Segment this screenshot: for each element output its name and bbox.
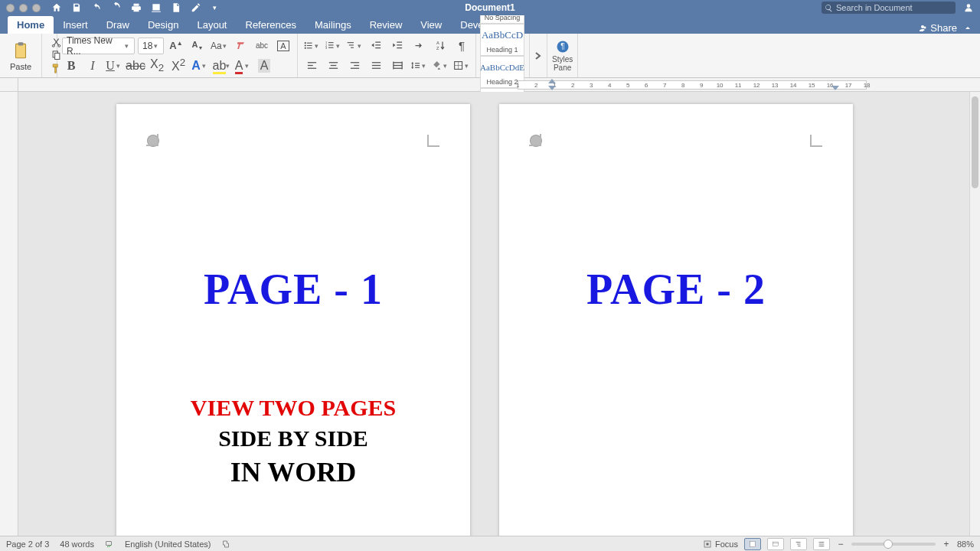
- svg-rect-19: [349, 44, 354, 45]
- align-left-button[interactable]: [302, 57, 321, 74]
- paste-icon: [11, 41, 31, 60]
- search-input[interactable]: Search in Document: [822, 2, 956, 14]
- style-heading-1[interactable]: AaBbCcDHeading 1: [480, 24, 524, 56]
- svg-rect-9: [307, 45, 312, 46]
- page-number-status[interactable]: Page 2 of 3: [6, 540, 49, 549]
- strikethrough-button[interactable]: abc: [126, 57, 145, 74]
- focus-mode-button[interactable]: Focus: [703, 540, 738, 549]
- decrease-indent-button[interactable]: [367, 37, 385, 54]
- save-icon[interactable]: [71, 2, 82, 13]
- tab-references[interactable]: References: [237, 16, 305, 34]
- page-2[interactable]: PAGE - 2: [499, 104, 853, 536]
- styles-pane-button[interactable]: ¶ Styles Pane: [547, 34, 578, 77]
- tab-review[interactable]: Review: [361, 16, 412, 34]
- phonetic-guide-button[interactable]: abc: [253, 37, 271, 54]
- character-border-button[interactable]: A: [274, 37, 292, 54]
- justify-button[interactable]: [367, 57, 385, 74]
- web-layout-view-button[interactable]: [767, 538, 784, 550]
- styles-gallery-more[interactable]: [530, 34, 547, 77]
- horizontal-ruler[interactable]: 12123456789101112131415161718: [0, 78, 980, 92]
- bold-button[interactable]: B: [62, 57, 80, 74]
- tab-design[interactable]: Design: [139, 16, 188, 34]
- zoom-out-button[interactable]: −: [836, 539, 845, 549]
- undo-icon[interactable]: [91, 2, 102, 13]
- hanging-indent-icon[interactable]: [548, 86, 556, 90]
- underline-button[interactable]: U▾: [105, 57, 123, 74]
- numbering-button[interactable]: 123▾: [324, 37, 342, 54]
- home-icon[interactable]: [51, 2, 62, 13]
- increase-indent-button[interactable]: [388, 37, 407, 54]
- sort-button[interactable]: AZ: [431, 37, 449, 54]
- print-icon[interactable]: [131, 2, 142, 13]
- font-color-button[interactable]: A▾: [234, 57, 252, 74]
- share-button[interactable]: Share: [918, 22, 957, 34]
- vertical-ruler[interactable]: [0, 92, 18, 536]
- maximize-window-icon[interactable]: [32, 4, 41, 12]
- tab-insert[interactable]: Insert: [54, 16, 97, 34]
- collapse-ribbon-icon[interactable]: [963, 24, 972, 33]
- right-indent-icon[interactable]: [831, 86, 839, 90]
- font-name-selector[interactable]: Times New R...▾: [62, 37, 135, 54]
- svg-text:Z: Z: [436, 46, 439, 51]
- ltr-direction-button[interactable]: [410, 37, 428, 54]
- scrollbar-thumb[interactable]: [972, 96, 978, 188]
- multilevel-list-button[interactable]: ▾: [345, 37, 364, 54]
- new-document-icon[interactable]: [171, 2, 181, 13]
- draft-view-button[interactable]: [813, 538, 830, 550]
- font-size-selector[interactable]: 18▾: [138, 37, 164, 54]
- italic-button[interactable]: I: [83, 57, 102, 74]
- svg-rect-18: [348, 42, 354, 43]
- superscript-button[interactable]: X2: [169, 57, 188, 74]
- quick-access-customize-icon[interactable]: ▾: [211, 4, 218, 11]
- tab-mailings[interactable]: Mailings: [305, 16, 361, 34]
- edit-icon[interactable]: [191, 2, 201, 13]
- zoom-level-label[interactable]: 88%: [957, 540, 974, 549]
- text-effects-button[interactable]: A▾: [191, 57, 209, 74]
- close-window-icon[interactable]: [6, 4, 15, 12]
- paste-label: Paste: [10, 62, 31, 71]
- paste-button[interactable]: Paste: [5, 41, 37, 71]
- clear-formatting-button[interactable]: [231, 37, 250, 54]
- show-paragraph-marks-button[interactable]: ¶: [452, 37, 471, 54]
- align-right-button[interactable]: [345, 57, 364, 74]
- tab-layout[interactable]: Layout: [188, 16, 236, 34]
- page-1[interactable]: PAGE - 1 VIEW TWO PAGES SIDE BY SIDE IN …: [116, 104, 470, 536]
- first-line-indent-icon[interactable]: [548, 79, 556, 83]
- svg-rect-15: [328, 44, 334, 45]
- change-case-button[interactable]: Aa▾: [210, 37, 228, 54]
- align-center-button[interactable]: [324, 57, 342, 74]
- distributed-button[interactable]: [388, 57, 407, 74]
- line-spacing-button[interactable]: ▾: [410, 57, 428, 74]
- borders-button[interactable]: ▾: [452, 57, 471, 74]
- svg-text:3: 3: [325, 47, 327, 50]
- account-icon[interactable]: [963, 2, 974, 13]
- decrease-font-size-button[interactable]: A▼: [188, 37, 207, 54]
- tab-home[interactable]: Home: [8, 16, 54, 34]
- language-status[interactable]: English (United States): [125, 540, 211, 549]
- highlight-color-button[interactable]: ab▾: [212, 57, 230, 74]
- bullets-button[interactable]: ▾: [302, 37, 321, 54]
- shading-button[interactable]: ▾: [431, 57, 449, 74]
- tab-draw[interactable]: Draw: [97, 16, 139, 34]
- page-2-heading: PAGE - 2: [499, 265, 853, 314]
- outline-view-button[interactable]: [790, 538, 807, 550]
- print-layout-view-button[interactable]: [744, 538, 761, 550]
- track-changes-status[interactable]: [221, 540, 230, 549]
- svg-rect-42: [393, 65, 401, 66]
- zoom-slider[interactable]: [851, 543, 936, 546]
- tab-view[interactable]: View: [411, 16, 451, 34]
- spell-check-status[interactable]: [105, 540, 114, 549]
- zoom-slider-thumb[interactable]: [884, 540, 893, 549]
- zoom-in-button[interactable]: +: [942, 539, 951, 549]
- svg-rect-41: [393, 62, 401, 63]
- margin-corner-icon: [427, 135, 439, 147]
- word-count-status[interactable]: 48 words: [60, 540, 94, 549]
- increase-font-size-button[interactable]: A▲: [167, 37, 185, 54]
- minimize-window-icon[interactable]: [19, 4, 28, 12]
- character-shading-button[interactable]: A: [255, 57, 273, 74]
- vertical-scrollbar[interactable]: [969, 92, 980, 536]
- print-preview-icon[interactable]: [151, 2, 162, 13]
- chevron-right-icon: [534, 44, 542, 67]
- subscript-button[interactable]: X2: [148, 57, 166, 74]
- redo-icon[interactable]: [111, 2, 122, 13]
